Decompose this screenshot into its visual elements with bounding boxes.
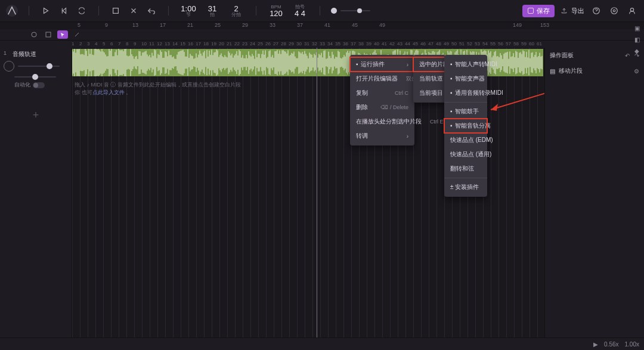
beat-indicator[interactable]: 2分拍 (227, 5, 245, 17)
svg-rect-1 (528, 8, 534, 14)
bar-tick: 10 (141, 41, 147, 47)
add-track-button[interactable]: + (0, 91, 72, 350)
menu-item-label: 删除 (356, 103, 368, 111)
bar-tick: 44 (405, 41, 410, 47)
help-button[interactable] (590, 5, 602, 17)
bar-tick: 57 (506, 41, 511, 47)
tool-draw[interactable] (72, 30, 82, 39)
menu-item-label: 快速品点 (通用) (450, 150, 491, 159)
tool-cut-button[interactable] (128, 5, 140, 17)
bar-tick: 59 (521, 41, 527, 47)
cursor-icon[interactable]: ▶ (593, 341, 598, 348)
loop-button[interactable] (76, 5, 88, 17)
bar-indicator[interactable]: 31拍 (203, 5, 221, 17)
menu-shortcut: Ctrl C (395, 90, 408, 96)
context-menu-item[interactable]: 打开片段编辑器双击片段或 E (350, 72, 414, 86)
skip-start-button[interactable] (58, 5, 70, 17)
bar-tick: 52 (467, 41, 472, 47)
gear-icon[interactable]: ⚙ (634, 68, 639, 75)
tool-select-button[interactable] (110, 5, 122, 17)
context-menu: ▪运行插件›打开片段编辑器双击片段或 E复制Ctrl C删除⌫ / Delete… (350, 55, 414, 145)
time-indicator[interactable]: 1:00节 (179, 5, 197, 17)
context-menu-item[interactable]: 删除⌫ / Delete (350, 100, 414, 114)
automation-toggle[interactable]: 自动化 (14, 81, 68, 89)
scope-menu-item[interactable]: 选中的片段› (413, 57, 445, 72)
track-pan-slider[interactable] (14, 76, 56, 78)
playhead[interactable] (317, 48, 317, 350)
track-name: 音频轨道 (13, 50, 36, 58)
plugin-menu-item[interactable]: ▪智能人声转MIDI (444, 57, 487, 72)
svg-point-6 (32, 32, 36, 37)
bar-tick: 15 (180, 41, 185, 47)
ruler-tick: 49 (379, 22, 385, 28)
canvas-hint: 拖入 ♪ MIDI 音 ⓘ 音频文件到此处开始编辑，或直接点击创建空白片段 你 … (75, 81, 241, 97)
inspector-icon[interactable]: ◧ (634, 36, 640, 43)
hint-2a: 你 也可 (75, 89, 92, 95)
undo-icon[interactable]: ↶ (625, 52, 630, 59)
menu-item-label: 打开片段编辑器 (356, 75, 398, 83)
bar-tick: 40 (374, 41, 379, 47)
beat-sub: 分拍 (231, 13, 241, 17)
bar-tick: 60 (529, 41, 534, 47)
plugin-menu-item[interactable]: ▪智能变声器 (444, 72, 487, 86)
plugin-menu-item[interactable]: 翻转和弦 (444, 162, 487, 176)
account-button[interactable] (626, 5, 638, 17)
timesig-indicator[interactable]: 拍号4 4 (291, 5, 309, 17)
playback-speed[interactable]: 1.00x (625, 341, 639, 348)
plugin-menu-item[interactable]: 快速品点 (EDM) (444, 133, 487, 147)
bar-tick: 11 (149, 41, 154, 47)
plugin-menu-item[interactable]: ▪智能鼓手 (444, 104, 487, 119)
plugin-menu-item[interactable]: ± 安装插件 (444, 180, 487, 194)
bar-tick: 12 (157, 41, 162, 47)
scope-menu-item[interactable]: 当前轨道› (413, 72, 445, 86)
document-icon: ▤ (550, 68, 555, 75)
track-volume-slider[interactable] (18, 66, 60, 67)
plugin-icon[interactable]: ◆ (634, 48, 639, 54)
bpm-value: 120 (270, 10, 283, 17)
plugin-menu-item[interactable]: ▪通用音频转录MIDI (444, 86, 487, 100)
undo-button[interactable] (145, 5, 157, 17)
tool-select-active[interactable] (57, 30, 68, 39)
operation-panel: 操作面板 ↶↷ ▤移动片段 ⚙ (544, 48, 644, 350)
scope-menu-item[interactable]: 当前项目› (413, 86, 445, 100)
master-volume[interactable] (331, 8, 370, 14)
plugin-menu-item[interactable]: ▪智能音轨分离 (444, 119, 487, 133)
bar-tick: 13 (165, 41, 170, 47)
zoom-level[interactable]: 0.56x (604, 341, 618, 348)
menu-item-label: ▪智能人声转MIDI (450, 60, 497, 69)
ruler-tick: 45 (352, 22, 358, 28)
panel-item-label: 移动片段 (559, 67, 583, 75)
expand-panel-icon[interactable]: ▣ (634, 25, 640, 32)
overview-ruler[interactable]: 5913172125293337414549149153 (0, 22, 644, 29)
ruler-tick: 37 (297, 22, 303, 28)
bar-tick: 7 (118, 41, 120, 47)
ruler-tick: 17 (160, 22, 166, 28)
app-logo[interactable] (6, 5, 18, 17)
bar-tick: 9 (134, 41, 136, 47)
arrange-canvas[interactable]: 拖入 ♪ MIDI 音 ⓘ 音频文件到此处开始编辑，或直接点击创建空白片段 你 … (72, 48, 544, 350)
bar-tick: 42 (389, 41, 395, 47)
bar-tick: 28 (281, 41, 286, 47)
track-record-arm[interactable] (4, 61, 14, 72)
menu-shortcut: Ctrl E (430, 119, 444, 125)
ruler-tick: 9 (105, 22, 108, 28)
bar-tick: 29 (289, 41, 294, 47)
save-button[interactable]: 保存 (522, 5, 555, 17)
context-menu-item[interactable]: 转调› (350, 129, 414, 143)
export-button[interactable]: 导出 (561, 7, 584, 16)
right-toolstrip: ▣ ◧ ◆ (630, 21, 644, 58)
bar-tick: 30 (296, 41, 302, 47)
context-menu-item[interactable]: 复制Ctrl C (350, 86, 414, 100)
context-menu-item[interactable]: ▪运行插件› (350, 57, 414, 72)
tool-record[interactable] (29, 30, 39, 39)
bar-tick: 46 (420, 41, 426, 47)
bar-tick: 37 (351, 41, 356, 47)
plugin-menu-item[interactable]: 快速品点 (通用) (444, 147, 487, 162)
play-button[interactable] (40, 5, 52, 17)
bpm-indicator[interactable]: BPM120 (267, 5, 285, 17)
panel-item[interactable]: ▤移动片段 ⚙ (545, 63, 644, 79)
import-link[interactable]: 点此导入文件 (92, 89, 125, 95)
tool-snap[interactable] (43, 30, 54, 39)
settings-button[interactable] (608, 5, 620, 17)
context-menu-item[interactable]: 在播放头处分割选中片段Ctrl E (350, 114, 414, 129)
